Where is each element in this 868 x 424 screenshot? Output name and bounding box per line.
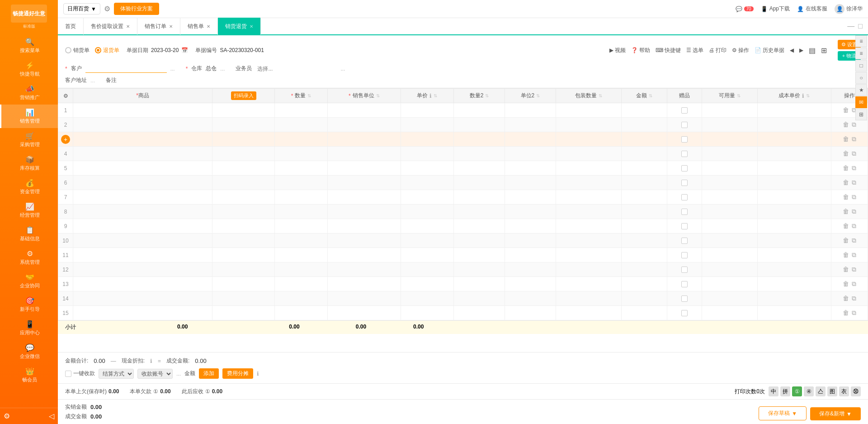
- toolbar-4-icon[interactable]: ④: [804, 386, 814, 396]
- td-qty2-3[interactable]: [454, 132, 505, 147]
- customer-select-btn[interactable]: ...: [170, 66, 175, 72]
- td-pkg-7[interactable]: [556, 190, 622, 205]
- gift-checkbox-6[interactable]: [681, 180, 688, 186]
- td-unit-15[interactable]: [327, 306, 401, 320]
- print-btn[interactable]: 🖨 打印: [709, 47, 726, 54]
- add-btn[interactable]: 添加: [199, 368, 219, 379]
- td-gift-13[interactable]: [667, 277, 702, 291]
- td-unit-8[interactable]: [327, 205, 401, 219]
- td-price-12[interactable]: [401, 262, 453, 277]
- help-btn[interactable]: ❓ 帮助: [631, 47, 650, 54]
- td-pkg-3[interactable]: [556, 132, 622, 147]
- td-amount-11[interactable]: [622, 248, 667, 262]
- radio-sales[interactable]: 销货单: [65, 47, 90, 54]
- td-qty2-14[interactable]: [454, 291, 505, 306]
- tab-close-4[interactable]: ✕: [250, 24, 253, 29]
- staff-input[interactable]: [255, 65, 337, 73]
- td-pkg-2[interactable]: [556, 118, 622, 132]
- td-qty2-2[interactable]: [454, 118, 505, 132]
- delete-icon-11[interactable]: 🗑: [843, 251, 849, 259]
- gift-checkbox-1[interactable]: [681, 107, 688, 114]
- td-qty-15[interactable]: [275, 306, 328, 320]
- td-unit2-3[interactable]: [505, 132, 556, 147]
- td-amount-4[interactable]: [622, 147, 667, 161]
- td-available-14[interactable]: [702, 291, 758, 306]
- td-gift-5[interactable]: [667, 161, 702, 176]
- td-unit-10[interactable]: [327, 233, 401, 248]
- sidebar-item-13[interactable]: 💬 企业微信: [0, 340, 58, 363]
- td-unit-5[interactable]: [327, 161, 401, 176]
- copy-icon-6[interactable]: ⧉: [852, 179, 856, 186]
- td-unit-6[interactable]: [327, 176, 401, 190]
- td-pkg-5[interactable]: [556, 161, 622, 176]
- td-qty-8[interactable]: [275, 205, 328, 219]
- td-pkg-15[interactable]: [556, 306, 622, 320]
- td-unit-11[interactable]: [327, 248, 401, 262]
- gift-checkbox-15[interactable]: [681, 310, 688, 316]
- td-available-11[interactable]: [702, 248, 758, 262]
- td-gift-9[interactable]: [667, 219, 702, 233]
- td-qty-6[interactable]: [275, 176, 328, 190]
- sidebar-item-7[interactable]: 📈 经营管理: [0, 199, 58, 222]
- td-price-15[interactable]: [401, 306, 453, 320]
- toolbar-circle-icon[interactable]: ㊿: [851, 386, 861, 396]
- td-cost-9[interactable]: [758, 219, 831, 233]
- product-input-12[interactable]: [76, 267, 209, 273]
- copy-icon-2[interactable]: ⧉: [852, 121, 856, 129]
- td-pkg-4[interactable]: [556, 147, 622, 161]
- td-price-7[interactable]: [401, 190, 453, 205]
- product-input-10[interactable]: [76, 238, 209, 244]
- sidebar-item-2[interactable]: 📣 营销推广: [0, 81, 58, 105]
- rfp-btn-6[interactable]: ✉: [855, 96, 867, 108]
- td-gift-14[interactable]: [667, 291, 702, 306]
- copy-icon-9[interactable]: ⧉: [852, 222, 856, 230]
- sidebar-item-5[interactable]: 📦 库存核算: [0, 152, 58, 175]
- td-price-3[interactable]: [401, 132, 453, 147]
- td-unit-14[interactable]: [327, 291, 401, 306]
- td-available-9[interactable]: [702, 219, 758, 233]
- td-qty-10[interactable]: [275, 233, 328, 248]
- add-row-btn[interactable]: +: [61, 135, 70, 144]
- copy-icon-4[interactable]: ⧉: [852, 150, 856, 157]
- td-amount-10[interactable]: [622, 233, 667, 248]
- td-qty-9[interactable]: [275, 219, 328, 233]
- industry-select[interactable]: 日用百货 ▼: [63, 3, 100, 14]
- save-draft-btn[interactable]: 保存草稿 ▼: [759, 406, 807, 420]
- delete-icon-3[interactable]: 🗑: [843, 135, 849, 143]
- product-input-2[interactable]: [76, 122, 209, 128]
- sidebar-item-1[interactable]: ⚡ 快捷导航: [0, 57, 58, 81]
- toolbar-zh-icon[interactable]: 中: [769, 386, 778, 396]
- toolbar-1-icon[interactable]: ①: [792, 386, 802, 396]
- rfp-btn-3[interactable]: □: [855, 60, 867, 71]
- copy-icon-15[interactable]: ⧉: [852, 309, 856, 317]
- td-cost-5[interactable]: [758, 161, 831, 176]
- td-qty-4[interactable]: [275, 147, 328, 161]
- td-available-7[interactable]: [702, 190, 758, 205]
- payment-method-select[interactable]: 结算方式: [99, 369, 134, 379]
- sidebar-item-3[interactable]: 📊 销售管理: [0, 105, 58, 128]
- td-amount-1[interactable]: [622, 103, 667, 118]
- td-cost-8[interactable]: [758, 205, 831, 219]
- td-amount-14[interactable]: [622, 291, 667, 306]
- td-amount-6[interactable]: [622, 176, 667, 190]
- td-qty2-11[interactable]: [454, 248, 505, 262]
- td-available-2[interactable]: [702, 118, 758, 132]
- online-service-btn[interactable]: 👤 在线客服: [797, 5, 827, 13]
- shortcut-btn[interactable]: ⌨ 快捷键: [656, 47, 681, 54]
- delete-icon-7[interactable]: 🗑: [843, 193, 849, 201]
- td-product-15[interactable]: [73, 306, 212, 320]
- rfp-btn-7[interactable]: ⊞: [855, 109, 867, 120]
- td-unit2-8[interactable]: [505, 205, 556, 219]
- td-product-7[interactable]: [73, 190, 212, 205]
- td-unit-2[interactable]: [327, 118, 401, 132]
- td-qty2-9[interactable]: [454, 219, 505, 233]
- message-btn[interactable]: 💬 70: [736, 6, 754, 12]
- tab-close-2[interactable]: ✕: [169, 24, 173, 29]
- td-qty-7[interactable]: [275, 190, 328, 205]
- rfp-btn-5[interactable]: ★: [855, 84, 867, 96]
- td-price-5[interactable]: [401, 161, 453, 176]
- td-unit2-11[interactable]: [505, 248, 556, 262]
- td-product-8[interactable]: [73, 205, 212, 219]
- gift-checkbox-4[interactable]: [681, 151, 688, 157]
- td-price-8[interactable]: [401, 205, 453, 219]
